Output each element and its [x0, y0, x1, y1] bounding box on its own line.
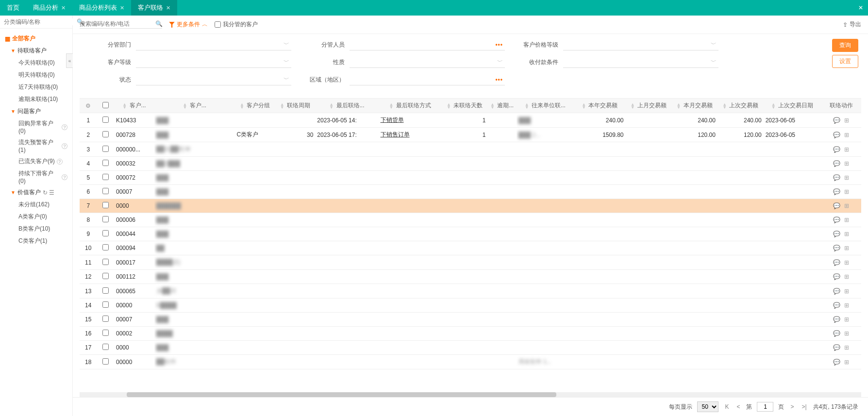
table-row[interactable]: 2000728███C类客户302023-06-05 17:下销售订单1███ …	[80, 128, 861, 142]
table-row[interactable]: 10000094██💬⊞	[80, 241, 861, 255]
sort-icon[interactable]: ▲▼	[329, 103, 334, 109]
tree-leaf-1-1[interactable]: 流失预警客户(1)?	[2, 136, 70, 155]
qr-icon[interactable]: ⊞	[844, 216, 849, 223]
contact-icon[interactable]: 💬	[833, 302, 840, 309]
contact-icon[interactable]: 💬	[833, 259, 840, 266]
tab-2[interactable]: 商品分析列表✕	[72, 0, 131, 16]
row-checkbox[interactable]	[102, 230, 109, 236]
contact-icon[interactable]: 💬	[833, 316, 840, 323]
prev-page[interactable]: <	[735, 403, 741, 410]
tab-3[interactable]: 客户联络✕	[131, 0, 177, 16]
col-10[interactable]: ▲▼ 往来单位联...	[517, 99, 574, 113]
table-row[interactable]: 3000000...██生██乾坤💬⊞	[80, 142, 861, 157]
qr-icon[interactable]: ⊞	[844, 288, 849, 295]
contact-icon[interactable]: 💬	[833, 146, 840, 153]
table-row[interactable]: 1400000B████💬⊞	[80, 299, 861, 313]
close-icon[interactable]: ✕	[166, 5, 170, 11]
row-checkbox[interactable]	[102, 131, 109, 137]
col-4[interactable]: ▲▼ 客户分组	[235, 99, 275, 113]
collapse-sidebar[interactable]: «	[66, 53, 73, 68]
qr-icon[interactable]: ⊞	[844, 202, 849, 209]
qr-icon[interactable]: ⊞	[844, 188, 849, 195]
contact-icon[interactable]: 💬	[833, 273, 840, 280]
col-16[interactable]: 联络动作	[821, 99, 861, 113]
tree-group-2[interactable]: ▼价值客户 ↻ ☰	[2, 186, 70, 199]
filter-input[interactable]: ﹀	[136, 74, 291, 85]
filter-input[interactable]: ﹀	[136, 39, 291, 50]
table-row[interactable]: 1K10433███2023-06-05 14:下销货单1███240.0024…	[80, 113, 861, 128]
sidebar-search-input[interactable]	[4, 18, 77, 25]
more-conditions-toggle[interactable]: 更多条件 ︿	[169, 20, 208, 29]
table-row[interactable]: 600007███💬⊞	[80, 185, 861, 199]
col-6[interactable]: ▲▼ 最后联络...	[315, 99, 378, 113]
table-row[interactable]: 13000065乡██诗💬⊞	[80, 284, 861, 299]
select-all-checkbox[interactable]	[102, 102, 109, 108]
close-icon[interactable]: ✕	[61, 5, 66, 11]
tree-root[interactable]: ▦全部客户	[2, 33, 70, 45]
contact-icon[interactable]: 💬	[833, 174, 840, 181]
horizontal-scrollbar[interactable]	[80, 392, 861, 397]
contact-icon[interactable]: 💬	[833, 117, 840, 124]
tree-leaf-0-1[interactable]: 明天待联络(0)	[2, 69, 70, 81]
first-page[interactable]: K	[723, 403, 730, 410]
row-checkbox[interactable]	[102, 273, 109, 279]
contact-icon[interactable]: 💬	[833, 344, 840, 351]
table-row[interactable]: 170000███💬⊞	[80, 341, 861, 355]
row-checkbox[interactable]	[102, 301, 109, 308]
tree-leaf-0-0[interactable]: 今天待联络(0)	[2, 57, 70, 69]
per-page-select[interactable]: 50	[697, 401, 718, 412]
contact-icon[interactable]: 💬	[833, 160, 840, 167]
contact-icon[interactable]: 💬	[833, 231, 840, 237]
table-row[interactable]: 1600002████💬⊞	[80, 327, 861, 341]
sort-icon[interactable]: ▲▼	[722, 103, 727, 109]
scrollbar-thumb[interactable]	[127, 392, 557, 397]
help-icon[interactable]: ?	[62, 124, 67, 130]
sort-icon[interactable]: ▲▼	[771, 103, 776, 109]
qr-icon[interactable]: ⊞	[844, 316, 849, 323]
sort-icon[interactable]: ▲▼	[240, 103, 244, 109]
qr-icon[interactable]: ⊞	[844, 359, 849, 366]
col-7[interactable]: ▲▼ 最后联络方式	[379, 99, 442, 113]
sort-icon[interactable]: ▲▼	[631, 103, 635, 109]
page-input[interactable]	[757, 402, 773, 412]
tree-group-1[interactable]: ▼问题客户	[2, 105, 70, 117]
col-8[interactable]: ▲▼ 未联络天数	[442, 99, 488, 113]
row-checkbox[interactable]	[102, 358, 109, 365]
contact-icon[interactable]: 💬	[833, 359, 840, 366]
row-checkbox[interactable]	[102, 216, 109, 222]
table-row[interactable]: 8000006███💬⊞	[80, 213, 861, 227]
qr-icon[interactable]: ⊞	[844, 245, 849, 251]
sort-icon[interactable]: ▲▼	[582, 103, 586, 109]
row-checkbox[interactable]	[102, 244, 109, 250]
gear-icon[interactable]: ⚙	[85, 102, 91, 109]
refresh-icon[interactable]: ↻ ☰	[43, 189, 54, 196]
filter-input[interactable]: ﹀	[136, 56, 291, 68]
row-checkbox[interactable]	[102, 287, 109, 294]
row-checkbox[interactable]	[102, 202, 109, 208]
col-11[interactable]: ▲▼ 本年交易额	[574, 99, 626, 113]
tree-group-0[interactable]: ▼待联络客户	[2, 45, 70, 57]
contact-icon[interactable]: 💬	[833, 330, 840, 337]
col-3[interactable]: ▲▼ 客户...	[154, 99, 235, 113]
col-2[interactable]: ▲▼ 客户...	[114, 99, 154, 113]
help-icon[interactable]: ?	[62, 174, 67, 180]
row-checkbox[interactable]	[102, 174, 109, 180]
tree-leaf-2-2[interactable]: B类客户(10)	[2, 223, 70, 235]
row-checkbox[interactable]	[102, 344, 109, 350]
qr-icon[interactable]: ⊞	[844, 302, 849, 309]
table-row[interactable]: 11000017████店)💬⊞	[80, 255, 861, 270]
sort-icon[interactable]: ▲▼	[490, 103, 495, 109]
filter-input[interactable]: ﹀	[563, 56, 718, 68]
close-all-tabs[interactable]: ✕	[853, 0, 868, 16]
sort-icon[interactable]: ▲▼	[525, 103, 529, 109]
tree-leaf-2-0[interactable]: 未分组(162)	[2, 199, 70, 211]
col-14[interactable]: ▲▼ 上次交易额	[718, 99, 764, 113]
contact-icon[interactable]: 💬	[833, 132, 840, 138]
tree-leaf-0-2[interactable]: 近7天待联络(0)	[2, 81, 70, 93]
table-row[interactable]: 1800000██软件用友软件 1...💬⊞	[80, 355, 861, 369]
table-row[interactable]: 9000044███💬⊞	[80, 227, 861, 241]
col-5[interactable]: ▲▼ 联络周期	[275, 99, 315, 113]
contact-icon[interactable]: 💬	[833, 216, 840, 223]
col-15[interactable]: ▲▼ 上次交易日期	[764, 99, 821, 113]
qr-icon[interactable]: ⊞	[844, 117, 849, 124]
